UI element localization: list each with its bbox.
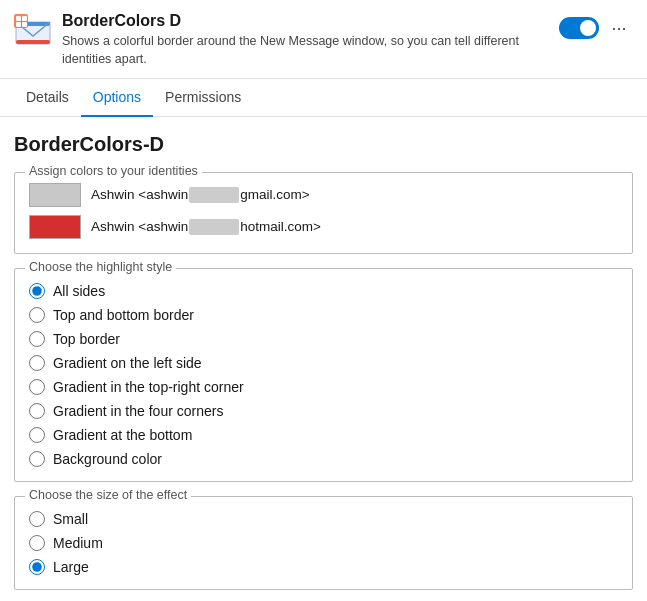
addon-title: BorderColors D	[62, 12, 559, 30]
radio-gradient-top-right[interactable]	[29, 379, 45, 395]
identity-email-2: Ashwin <ashwin hotmail.com>	[91, 219, 321, 235]
highlight-option-gradient-top-right[interactable]: Gradient in the top-right corner	[29, 379, 618, 395]
svg-rect-6	[16, 22, 21, 27]
radio-top-border[interactable]	[29, 331, 45, 347]
tabs-bar: Details Options Permissions	[0, 79, 647, 117]
header-text-block: BorderColors D Shows a colorful border a…	[62, 12, 559, 68]
size-group: Choose the size of the effect Small Medi…	[14, 496, 633, 590]
tab-options[interactable]: Options	[81, 79, 153, 117]
highlight-option-all-sides[interactable]: All sides	[29, 283, 618, 299]
size-option-large[interactable]: Large	[29, 559, 618, 575]
highlight-label-gradient-top-right: Gradient in the top-right corner	[53, 379, 244, 395]
radio-gradient-left[interactable]	[29, 355, 45, 371]
radio-all-sides[interactable]	[29, 283, 45, 299]
svg-rect-5	[22, 16, 27, 21]
identity-row-1: Ashwin <ashwin gmail.com>	[29, 183, 618, 207]
tab-details[interactable]: Details	[14, 79, 81, 117]
identities-group-label: Assign colors to your identities	[25, 164, 202, 178]
enable-toggle[interactable]	[559, 17, 599, 39]
highlight-label-top-bottom: Top and bottom border	[53, 307, 194, 323]
svg-rect-7	[22, 22, 27, 27]
identities-group: Assign colors to your identities Ashwin …	[14, 172, 633, 254]
size-label-medium: Medium	[53, 535, 103, 551]
identity-email-1: Ashwin <ashwin gmail.com>	[91, 187, 310, 203]
highlight-option-top-border[interactable]: Top border	[29, 331, 618, 347]
email-blur-1	[189, 187, 239, 203]
radio-large[interactable]	[29, 559, 45, 575]
highlight-option-gradient-left[interactable]: Gradient on the left side	[29, 355, 618, 371]
addon-description: Shows a colorful border around the New M…	[62, 33, 559, 68]
radio-gradient-bottom[interactable]	[29, 427, 45, 443]
highlight-option-top-bottom[interactable]: Top and bottom border	[29, 307, 618, 323]
radio-top-bottom[interactable]	[29, 307, 45, 323]
app-icon-svg	[14, 14, 52, 52]
radio-gradient-four[interactable]	[29, 403, 45, 419]
svg-rect-4	[16, 16, 21, 21]
highlight-label-background-color: Background color	[53, 451, 162, 467]
identity-row-2: Ashwin <ashwin hotmail.com>	[29, 215, 618, 239]
size-option-medium[interactable]: Medium	[29, 535, 618, 551]
svg-rect-2	[16, 40, 50, 44]
highlight-label-gradient-left: Gradient on the left side	[53, 355, 202, 371]
app-icon	[14, 14, 52, 52]
color-swatch-2[interactable]	[29, 215, 81, 239]
highlight-label-gradient-four: Gradient in the four corners	[53, 403, 223, 419]
size-option-small[interactable]: Small	[29, 511, 618, 527]
tab-permissions[interactable]: Permissions	[153, 79, 253, 117]
more-options-button[interactable]: ···	[605, 14, 633, 42]
size-radio-group: Small Medium Large	[29, 507, 618, 575]
highlight-label-top-border: Top border	[53, 331, 120, 347]
color-swatch-1[interactable]	[29, 183, 81, 207]
header: BorderColors D Shows a colorful border a…	[0, 0, 647, 79]
highlight-style-group: Choose the highlight style All sides Top…	[14, 268, 633, 482]
highlight-label-all-sides: All sides	[53, 283, 105, 299]
main-content: BorderColors-D Assign colors to your ide…	[0, 117, 647, 601]
highlight-option-gradient-bottom[interactable]: Gradient at the bottom	[29, 427, 618, 443]
highlight-group-label: Choose the highlight style	[25, 260, 176, 274]
highlight-option-gradient-four[interactable]: Gradient in the four corners	[29, 403, 618, 419]
size-group-label: Choose the size of the effect	[25, 488, 191, 502]
radio-medium[interactable]	[29, 535, 45, 551]
radio-background-color[interactable]	[29, 451, 45, 467]
highlight-label-gradient-bottom: Gradient at the bottom	[53, 427, 192, 443]
email-blur-2	[189, 219, 239, 235]
page-title: BorderColors-D	[14, 133, 633, 156]
radio-small[interactable]	[29, 511, 45, 527]
size-label-large: Large	[53, 559, 89, 575]
highlight-option-background-color[interactable]: Background color	[29, 451, 618, 467]
header-controls: ···	[559, 14, 633, 42]
size-label-small: Small	[53, 511, 88, 527]
highlight-radio-group: All sides Top and bottom border Top bord…	[29, 279, 618, 467]
